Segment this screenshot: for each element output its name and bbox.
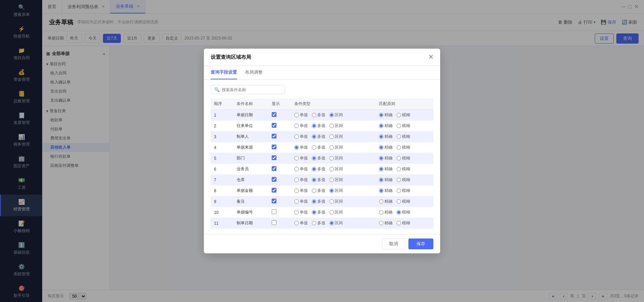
- table-row: 8单据金额单值多值区间精确模糊: [211, 185, 433, 196]
- table-row: 5部门单值多值区间精确模糊: [211, 153, 433, 164]
- table-row: 10单据编号单值多值区间精确模糊: [211, 207, 433, 218]
- visible-checkbox[interactable]: [272, 145, 276, 149]
- table-row: 11制单日期单值多值区间精确模糊: [211, 218, 433, 229]
- modal-tab-layout[interactable]: 布局调整: [245, 66, 263, 79]
- visible-checkbox[interactable]: [272, 177, 276, 182]
- table-row: 1单据日期单值多值区间精确模糊: [211, 110, 433, 121]
- visible-checkbox[interactable]: [272, 123, 276, 128]
- modal-search-icon: 🔍: [214, 87, 220, 92]
- visible-checkbox[interactable]: [272, 112, 276, 117]
- modal-tab-query-fields[interactable]: 查询字段设置: [211, 66, 237, 79]
- table-row: 4单据来源单值多值区间精确模糊: [211, 142, 433, 153]
- visible-checkbox[interactable]: [272, 166, 276, 171]
- modal-search-input[interactable]: [222, 87, 281, 92]
- table-row: 6业务员单值多值区间精确模糊: [211, 164, 433, 175]
- visible-checkbox[interactable]: [272, 155, 276, 160]
- th-match: 匹配原则: [376, 98, 433, 110]
- table-header-row: 顺序 条件名称 显示 条件类型 匹配原则: [211, 98, 433, 110]
- th-visible: 显示: [268, 98, 291, 110]
- modal-close-button[interactable]: ✕: [428, 53, 433, 61]
- th-type: 条件类型: [291, 98, 376, 110]
- modal-footer: 取消 保存: [204, 234, 440, 253]
- save-button[interactable]: 保存: [408, 238, 433, 249]
- table-row: 9备注单值多值区间精确模糊: [211, 196, 433, 207]
- cancel-button[interactable]: 取消: [382, 238, 405, 249]
- modal: 设置查询区域布局 ✕ 查询字段设置 布局调整 🔍 顺序 条件名称 显示: [204, 49, 440, 253]
- modal-search-box[interactable]: 🔍: [211, 85, 285, 94]
- visible-checkbox[interactable]: [272, 220, 276, 225]
- th-order: 顺序: [211, 98, 233, 110]
- modal-tabs: 查询字段设置 布局调整: [204, 66, 440, 80]
- modal-body: 🔍 顺序 条件名称 显示 条件类型 匹配原则 1单据日期单值多值区间精确模糊2往…: [204, 80, 440, 234]
- visible-checkbox[interactable]: [272, 134, 276, 139]
- visible-checkbox[interactable]: [272, 199, 276, 203]
- table-row: 2往来单位单值多值区间精确模糊: [211, 121, 433, 131]
- modal-header: 设置查询区域布局 ✕: [204, 49, 440, 66]
- table-row: 3制单人单值多值区间精确模糊: [211, 131, 433, 142]
- table-row: 7仓库单值多值区间精确模糊: [211, 175, 433, 185]
- visible-checkbox[interactable]: [272, 188, 276, 193]
- modal-overlay: 设置查询区域布局 ✕ 查询字段设置 布局调整 🔍 顺序 条件名称 显示: [0, 0, 644, 302]
- conditions-table: 顺序 条件名称 显示 条件类型 匹配原则 1单据日期单值多值区间精确模糊2往来单…: [211, 98, 433, 229]
- visible-checkbox[interactable]: [272, 209, 276, 214]
- modal-title: 设置查询区域布局: [211, 54, 251, 60]
- th-name: 条件名称: [233, 98, 268, 110]
